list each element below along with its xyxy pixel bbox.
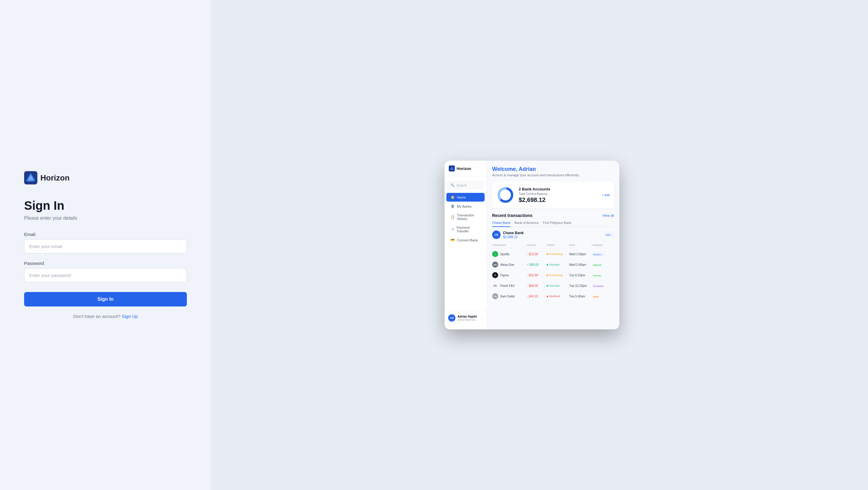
- signin-section: Horizon Sign In Please enter your detail…: [0, 0, 211, 490]
- tx-status: Processing: [547, 274, 569, 277]
- welcome-header: Welcome, Adrian Access & manage your acc…: [492, 166, 614, 177]
- bank-tabs: Chase Bank Bank of America First Platypu…: [492, 221, 614, 227]
- tx-amount: - $88.00: [527, 284, 547, 287]
- chase-bank-avatar: CB: [492, 231, 501, 239]
- status-text: Processing: [549, 252, 563, 255]
- status-dot: [547, 264, 548, 266]
- tx-status: Success: [547, 284, 569, 287]
- tx-header-transaction: Transaction: [492, 244, 527, 246]
- banks-icon: 🏦: [451, 204, 455, 208]
- status-text: Processing: [549, 274, 563, 277]
- tx-date: Tue 5:40am: [569, 295, 592, 298]
- tx-name: Fresh F&V: [500, 284, 515, 287]
- balance-accounts-count: 2 Bank Accounts: [519, 187, 598, 191]
- tx-date: Wed 1:00pm: [569, 252, 592, 256]
- signin-button[interactable]: Sign In: [24, 292, 187, 306]
- tx-status: Declined: [547, 295, 569, 298]
- welcome-subtitle: Access & manage your account and transac…: [492, 173, 614, 177]
- sidebar-item-connect-label: Connect Bank: [457, 238, 478, 242]
- browser-window: Horizon 🔍 Search 🏠 Home 🏦 My Ban: [444, 161, 619, 329]
- table-row: AD Alexa Doe + $88.00 Success Wed 2:45am…: [492, 259, 614, 270]
- tab-chase-bank[interactable]: Chase Bank: [492, 221, 510, 227]
- tab-first-platypus[interactable]: First Platypus Bank: [543, 221, 571, 227]
- table-row: ♫ Spotify - $15.00 Processing Wed 1:00pm…: [492, 249, 614, 259]
- sidebar-item-payment-transfer[interactable]: ↗ Payment Transfer: [446, 223, 485, 235]
- horizon-logo-icon: [24, 171, 37, 184]
- status-text: Success: [549, 263, 559, 266]
- search-placeholder-text: Search: [456, 184, 467, 187]
- balance-card: 2 Bank Accounts Total Current Balance $2…: [492, 182, 614, 208]
- sidebar-search[interactable]: 🔍 Search: [447, 181, 484, 189]
- tx-name: Figma: [500, 274, 509, 277]
- view-all-button[interactable]: View all: [602, 214, 614, 217]
- tx-category-badge: Deposit: [592, 263, 603, 267]
- tx-date: Wed 2:45am: [569, 263, 592, 266]
- sidebar-item-connect-bank[interactable]: 💳 Connect Bank: [446, 236, 485, 244]
- tx-date: Tue 12:15pm: [569, 284, 592, 287]
- tx-name-cell: SS Sam Sulek: [492, 293, 527, 299]
- tx-name: Spotify: [500, 252, 510, 256]
- balance-add-button[interactable]: + Add: [602, 193, 610, 197]
- email-input[interactable]: [24, 239, 187, 253]
- sidebar-item-history-label: Transaction History: [457, 213, 480, 221]
- sidebar-user: AH Adrian Hajdin adrian@jsmastery.pro →: [444, 311, 487, 325]
- password-input[interactable]: [24, 268, 187, 282]
- chase-bank-info: Chase Bank $2,588.12: [503, 231, 524, 239]
- sidebar-item-home[interactable]: 🏠 Home: [446, 193, 485, 202]
- connect-icon: 💳: [451, 238, 455, 242]
- balance-amount: $2,698.12: [519, 196, 598, 204]
- table-row: SS Sam Sulek - $40.20 Declined Tue 5:40a…: [492, 291, 614, 302]
- tx-amount: - $18.99: [527, 274, 547, 277]
- history-icon: 📋: [451, 215, 455, 219]
- sidebar-item-my-banks[interactable]: 🏦 My Banks: [446, 202, 485, 211]
- browser-inner: Horizon 🔍 Search 🏠 Home 🏦 My Ban: [444, 161, 619, 329]
- logo-text: Horizon: [40, 173, 70, 183]
- tx-icon: SS: [492, 293, 498, 299]
- no-account-text: Don't have an account?: [73, 314, 122, 319]
- page-container: Horizon Sign In Please enter your detail…: [0, 0, 868, 490]
- balance-donut-chart: [496, 186, 515, 204]
- sidebar-item-home-label: Home: [457, 195, 466, 199]
- tx-date: Tue 6:10pm: [569, 274, 592, 277]
- tx-category-badge: Income: [592, 274, 602, 278]
- welcome-greeting: Welcome,: [492, 166, 519, 172]
- sidebar-item-transfer-label: Payment Transfer: [457, 226, 480, 233]
- tx-amount: - $40.20: [527, 295, 547, 298]
- status-text: Success: [549, 284, 559, 287]
- sidebar-user-avatar: AH: [448, 314, 456, 321]
- tx-category-badge: Groceries: [592, 284, 605, 288]
- chase-bank-name: Chase Bank: [503, 231, 524, 235]
- email-form-group: Email: [24, 232, 187, 253]
- chase-bank-balance: $2,588.12: [503, 235, 524, 239]
- tx-rows-container: ♫ Spotify - $15.00 Processing Wed 1:00pm…: [492, 249, 614, 302]
- sidebar-logo-icon: [449, 165, 455, 172]
- recent-transactions-title: Recent transactions: [492, 213, 532, 218]
- tx-category-badge: Subscri...: [592, 252, 604, 256]
- transfer-icon: ↗: [451, 227, 455, 232]
- transactions-table: Transaction Amount Status Date Category …: [492, 242, 614, 302]
- balance-label: Total Current Balance: [519, 192, 598, 195]
- sidebar-logo-text: Horizon: [457, 166, 471, 171]
- signup-link[interactable]: Sign Up: [122, 314, 138, 319]
- tx-header-category: Category: [592, 244, 614, 246]
- logout-icon[interactable]: →: [480, 316, 483, 320]
- home-icon: 🏠: [451, 195, 455, 199]
- tab-bank-of-america[interactable]: Bank of America: [515, 221, 538, 227]
- status-text: Declined: [549, 295, 560, 298]
- status-dot: [547, 253, 548, 255]
- recent-transactions-header: Recent transactions View all: [492, 213, 614, 218]
- welcome-title: Welcome, Adrian: [492, 166, 614, 172]
- status-dot: [547, 285, 548, 286]
- signin-subtitle: Please enter your details: [24, 215, 187, 221]
- sidebar-user-email: adrian@jsmastery.pro: [458, 318, 478, 321]
- dashboard-section: Horizon 🔍 Search 🏠 Home 🏦 My Ban: [211, 0, 868, 490]
- sidebar-item-transaction-history[interactable]: 📋 Transaction History: [446, 211, 485, 223]
- tx-icon: ♫: [492, 251, 498, 257]
- status-dot: [547, 275, 548, 276]
- tx-header-status: Status: [547, 244, 569, 246]
- tx-icon: FV: [492, 283, 498, 289]
- table-row: FV Fresh F&V - $88.00 Success Tue 12:15p…: [492, 281, 614, 291]
- password-form-group: Password: [24, 261, 187, 282]
- tx-status: Processing: [547, 252, 569, 255]
- sidebar-nav: 🏠 Home 🏦 My Banks 📋 Transaction History: [444, 191, 487, 311]
